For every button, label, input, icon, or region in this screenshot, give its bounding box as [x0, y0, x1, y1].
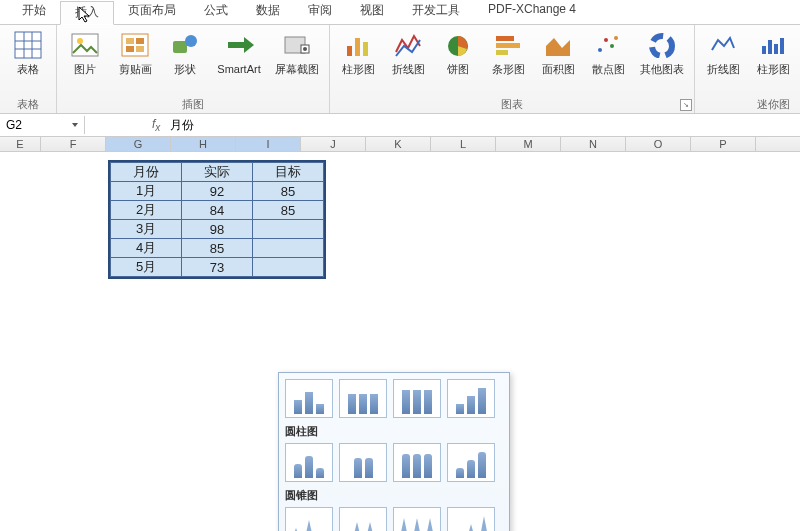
sparkline-line-button[interactable]: 折线图 — [701, 27, 745, 75]
table-cell[interactable]: 85 — [253, 182, 324, 201]
table-header-cell[interactable]: 目标 — [253, 163, 324, 182]
column-header-H[interactable]: H — [171, 137, 236, 151]
table-cell[interactable] — [253, 258, 324, 277]
tab-pdf-xchange[interactable]: PDF-XChange 4 — [474, 0, 590, 24]
chart-thumb-3d-stacked[interactable] — [339, 379, 387, 418]
svg-point-28 — [610, 44, 614, 48]
column-header-J[interactable]: J — [301, 137, 366, 151]
tab-view[interactable]: 视图 — [346, 0, 398, 24]
column-header-I[interactable]: I — [236, 137, 301, 151]
column-header-O[interactable]: O — [626, 137, 691, 151]
svg-point-13 — [185, 35, 197, 47]
svg-rect-19 — [355, 38, 360, 56]
screenshot-button[interactable]: 屏幕截图 — [271, 27, 323, 75]
other-charts-button[interactable]: 其他图表 — [636, 27, 688, 75]
area-chart-button[interactable]: 面积图 — [536, 27, 580, 75]
tab-start[interactable]: 开始 — [8, 0, 60, 24]
svg-rect-32 — [768, 40, 772, 54]
formula-input[interactable] — [166, 116, 800, 134]
table-cell[interactable] — [253, 220, 324, 239]
column-header-P[interactable]: P — [691, 137, 756, 151]
table-header-cell[interactable]: 实际 — [182, 163, 253, 182]
selected-range[interactable]: 月份实际目标1月92852月84853月984月855月73 — [108, 160, 326, 279]
formula-bar: G2 fx — [0, 114, 800, 137]
svg-point-27 — [604, 38, 608, 42]
column-header-G[interactable]: G — [106, 137, 171, 151]
area-chart-icon — [542, 29, 574, 61]
column-header-N[interactable]: N — [561, 137, 626, 151]
column-header-E[interactable]: E — [0, 137, 41, 151]
tab-devtools[interactable]: 开发工具 — [398, 0, 474, 24]
chart-thumb-cyl-4[interactable] — [447, 443, 495, 482]
bar-chart-icon — [492, 29, 524, 61]
chart-thumb-cone-4[interactable] — [447, 507, 495, 531]
clipart-button[interactable]: 剪贴画 — [113, 27, 157, 75]
column-headers: EFGHIJKLMNOP — [0, 137, 800, 152]
table-cell[interactable]: 85 — [253, 201, 324, 220]
column-header-F[interactable]: F — [41, 137, 106, 151]
table-cell[interactable]: 2月 — [111, 201, 182, 220]
table-cell[interactable]: 4月 — [111, 239, 182, 258]
scatter-chart-button[interactable]: 散点图 — [586, 27, 630, 75]
name-box[interactable]: G2 — [0, 116, 85, 134]
worksheet[interactable]: 月份实际目标1月92852月84853月984月855月73 圆柱图 圆锥图 棱… — [0, 152, 800, 531]
bar-chart-button[interactable]: 条形图 — [486, 27, 530, 75]
tab-page-layout[interactable]: 页面布局 — [114, 0, 190, 24]
tab-formulas[interactable]: 公式 — [190, 0, 242, 24]
sparkline-column-button[interactable]: 柱形图 — [751, 27, 795, 75]
svg-rect-5 — [72, 34, 98, 56]
table-cell[interactable] — [253, 239, 324, 258]
pie-chart-button[interactable]: 饼图 — [436, 27, 480, 75]
line-chart-icon — [392, 29, 424, 61]
chart-thumb-3d-clustered[interactable] — [285, 379, 333, 418]
chart-thumb-cone-2[interactable] — [339, 507, 387, 531]
smartart-button[interactable]: SmartArt — [213, 27, 265, 75]
fx-icon[interactable]: fx — [146, 117, 166, 133]
svg-rect-20 — [363, 42, 368, 56]
svg-rect-12 — [173, 41, 187, 53]
svg-rect-34 — [780, 38, 784, 54]
table-cell[interactable]: 73 — [182, 258, 253, 277]
table-cell[interactable]: 3月 — [111, 220, 182, 239]
svg-rect-8 — [126, 38, 134, 44]
table-cell[interactable]: 92 — [182, 182, 253, 201]
table-button[interactable]: 表格 — [6, 27, 50, 75]
table-cell[interactable]: 5月 — [111, 258, 182, 277]
chart-thumb-cyl-3[interactable] — [393, 443, 441, 482]
svg-rect-18 — [347, 46, 352, 56]
table-cell[interactable]: 1月 — [111, 182, 182, 201]
tab-data[interactable]: 数据 — [242, 0, 294, 24]
chart-thumb-3d-column[interactable] — [447, 379, 495, 418]
ribbon-group-illustrations: 图片 剪贴画 形状 SmartArt 屏幕截图 插图 — [57, 25, 330, 113]
chart-thumb-cone-1[interactable] — [285, 507, 333, 531]
table-cell[interactable]: 85 — [182, 239, 253, 258]
ribbon-tabs: 开始 插入 页面布局 公式 数据 审阅 视图 开发工具 PDF-XChange … — [0, 0, 800, 25]
column-chart-icon — [342, 29, 374, 61]
svg-marker-14 — [244, 37, 254, 53]
chart-thumb-cone-3[interactable] — [393, 507, 441, 531]
column-header-L[interactable]: L — [431, 137, 496, 151]
column-header-M[interactable]: M — [496, 137, 561, 151]
svg-rect-31 — [762, 46, 766, 54]
svg-rect-10 — [126, 46, 134, 52]
column-chart-button[interactable]: 柱形图 — [336, 27, 380, 75]
clipart-icon — [119, 29, 151, 61]
screenshot-icon — [281, 29, 313, 61]
svg-rect-23 — [496, 43, 520, 48]
table-header-cell[interactable]: 月份 — [111, 163, 182, 182]
charts-dialog-launcher[interactable] — [680, 99, 692, 111]
chart-thumb-cyl-1[interactable] — [285, 443, 333, 482]
chart-thumb-cyl-2[interactable] — [339, 443, 387, 482]
table-cell[interactable]: 84 — [182, 201, 253, 220]
smartart-icon — [223, 29, 255, 61]
tab-review[interactable]: 审阅 — [294, 0, 346, 24]
tab-insert[interactable]: 插入 — [60, 1, 114, 25]
scatter-chart-icon — [592, 29, 624, 61]
table-icon — [12, 29, 44, 61]
line-chart-button[interactable]: 折线图 — [386, 27, 430, 75]
shapes-button[interactable]: 形状 — [163, 27, 207, 75]
chart-thumb-3d-100stacked[interactable] — [393, 379, 441, 418]
column-header-K[interactable]: K — [366, 137, 431, 151]
picture-button[interactable]: 图片 — [63, 27, 107, 75]
table-cell[interactable]: 98 — [182, 220, 253, 239]
